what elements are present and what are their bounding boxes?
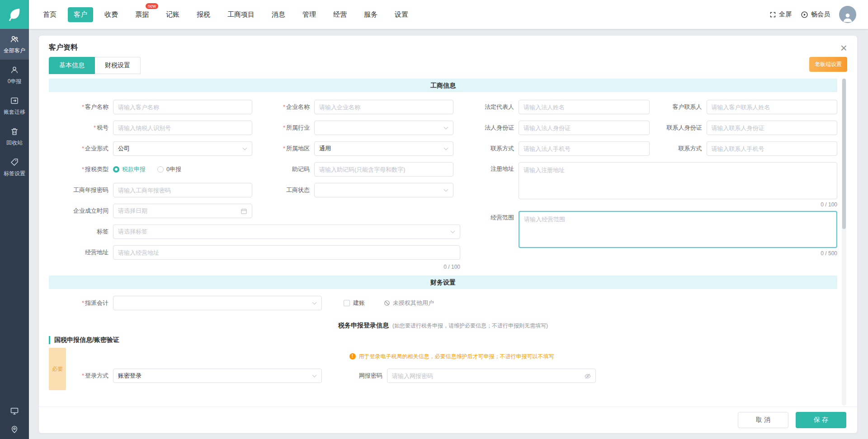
industry-select[interactable] — [314, 121, 453, 135]
legal-person-id-input[interactable] — [519, 121, 650, 135]
contact-id-input[interactable] — [707, 121, 838, 135]
nav-item[interactable]: 记账 — [160, 7, 185, 22]
annual-report-password-input[interactable] — [113, 183, 252, 197]
sidebar-item-account-migrate[interactable]: 账套迁移 — [0, 90, 29, 121]
dialog-tabs: 基本信息财税设置 — [49, 57, 141, 74]
field-label: 经营地址 — [49, 248, 113, 257]
person-icon — [842, 11, 854, 23]
radio-zero-declare[interactable]: 0申报 — [157, 165, 181, 173]
field-label: 联系方式 — [650, 145, 707, 153]
nav-item[interactable]: 客户 — [68, 7, 93, 22]
company-name-input[interactable] — [314, 100, 453, 114]
workbench-icon[interactable] — [10, 406, 19, 416]
finance-settings-row: *指派会计 建账未授权其他用户 — [49, 292, 837, 314]
radio-label: 0申报 — [166, 165, 181, 173]
nav-item[interactable]: 消息 — [266, 7, 291, 22]
tab-basic-info[interactable]: 基本信息 — [49, 57, 95, 74]
scrollbar-track[interactable] — [842, 79, 846, 406]
calendar-icon — [241, 208, 247, 215]
required-asterisk: * — [82, 145, 84, 152]
nav-item[interactable]: 票据new — [129, 7, 155, 22]
legal-person-phone-input[interactable] — [519, 141, 650, 156]
fullscreen-button[interactable]: 全屏 — [769, 10, 792, 19]
location-icon[interactable] — [10, 425, 19, 434]
business-info-form: *客户名称*税号*企业形式公司*报税类型税款申报0申报工商年报密码企业成立时间请… — [49, 92, 837, 270]
mnemonic-code-input[interactable] — [314, 162, 453, 177]
save-button[interactable]: 保 存 — [796, 412, 846, 428]
nav-item[interactable]: 服务 — [358, 7, 383, 22]
app-logo[interactable] — [0, 0, 29, 29]
tags-select[interactable]: 请选择标签 — [113, 224, 460, 239]
customer-contact-name-input[interactable] — [707, 100, 838, 114]
create-account-checkbox[interactable]: 建账 — [344, 299, 365, 307]
fullscreen-icon — [769, 11, 776, 18]
chevron-down-icon — [444, 187, 448, 192]
nav-item[interactable]: 管理 — [297, 7, 322, 22]
region-select[interactable]: 通用 — [314, 141, 453, 156]
form-row: 助记码 — [259, 159, 472, 180]
select-value — [319, 125, 321, 131]
form-column-middle: *企业名称*所属行业 *所属地区通用助记码工商状态 — [259, 97, 472, 221]
nav-item[interactable]: 报税 — [191, 7, 216, 22]
app-root: 首页客户收费票据new记账报税工商项目消息管理经营服务设置 全屏 畅会员 全部客… — [0, 0, 868, 439]
business-status-select[interactable] — [314, 183, 453, 197]
sidebar-item-all-customers[interactable]: 全部客户 — [0, 29, 29, 60]
boss-settings-button[interactable]: 老板端设置 — [809, 57, 847, 72]
field-label: *企业名称 — [259, 103, 314, 111]
login-method-select[interactable]: 账密登录 — [113, 369, 322, 383]
tax-number-input[interactable] — [113, 121, 252, 135]
establish-date-input[interactable]: 请选择日期 — [113, 204, 252, 218]
dialog-header: 客户资料 × — [39, 36, 857, 57]
web-report-password-field[interactable] — [387, 369, 596, 383]
nav-item[interactable]: 设置 — [389, 7, 414, 22]
required-tag: 必要 — [49, 348, 66, 390]
field-label: *登录方式 — [66, 372, 113, 380]
nav-item[interactable]: 收费 — [99, 7, 124, 22]
contact-phone-input[interactable] — [707, 141, 838, 156]
customer-name-input[interactable] — [113, 100, 252, 114]
sidebar-bottom — [0, 406, 29, 434]
form-row: 法人身份证联系人身份证 — [472, 117, 837, 138]
tax-login-note: (如您要进行税务申报，请维护必要信息；不进行申报则无需填写) — [392, 322, 548, 329]
nav-item[interactable]: 工商项目 — [222, 7, 260, 22]
sidebar-item-recycle-bin[interactable]: 回收站 — [0, 121, 29, 152]
business-scope-textarea[interactable] — [519, 211, 837, 248]
checkbox-label: 建账 — [353, 299, 365, 307]
sidebar-items: 全部客户0申报账套迁移回收站标签设置 — [0, 29, 29, 182]
sidebar-item-zero-declare[interactable]: 0申报 — [0, 60, 29, 90]
field-label: *税号 — [49, 124, 113, 132]
sidebar-item-tag-settings[interactable]: 标签设置 — [0, 152, 29, 182]
tab-finance-tax[interactable]: 财税设置 — [95, 57, 141, 74]
nav-item[interactable]: 经营 — [327, 7, 353, 22]
web-report-password-input[interactable] — [392, 373, 582, 379]
chevron-down-icon — [243, 146, 247, 150]
trash-icon — [10, 127, 19, 136]
leaf-logo-icon — [6, 6, 23, 23]
company-form-select[interactable]: 公司 — [113, 141, 252, 156]
legal-person-name-input[interactable] — [519, 100, 650, 114]
radio-tax-declare[interactable]: 税款申报 — [113, 165, 146, 173]
national-tax-block: 必要 ! 用于登录电子税局的相关信息，必要信息维护后才可申报；不进行申报可以不填… — [49, 348, 837, 390]
chevron-down-icon — [444, 146, 448, 150]
assigned-accountant-select[interactable] — [113, 296, 322, 310]
form-row: 注册地址0 / 100 — [472, 162, 837, 208]
form-left-block: *客户名称*税号*企业形式公司*报税类型税款申报0申报工商年报密码企业成立时间请… — [49, 97, 472, 270]
char-counter: 0 / 500 — [519, 250, 837, 257]
field-label: 工商状态 — [259, 186, 314, 194]
business-address-input[interactable] — [113, 245, 460, 260]
topbar-right: 全屏 畅会员 — [769, 6, 856, 23]
eye-off-icon[interactable] — [584, 373, 591, 380]
nav-item[interactable]: 首页 — [37, 7, 62, 22]
scrollbar-thumb[interactable] — [842, 79, 846, 229]
required-asterisk: * — [283, 145, 285, 152]
cancel-button[interactable]: 取 消 — [738, 412, 788, 428]
close-icon[interactable]: × — [840, 43, 847, 52]
required-asterisk: * — [82, 372, 84, 379]
select-value: 公司 — [118, 145, 130, 153]
member-button[interactable]: 畅会员 — [801, 10, 830, 19]
field-label: 联系方式 — [472, 145, 519, 153]
avatar[interactable] — [839, 6, 856, 23]
chevron-down-icon — [451, 229, 455, 234]
tax-type-radio-group: 税款申报0申报 — [113, 165, 181, 173]
registered-address-textarea[interactable] — [519, 162, 837, 199]
